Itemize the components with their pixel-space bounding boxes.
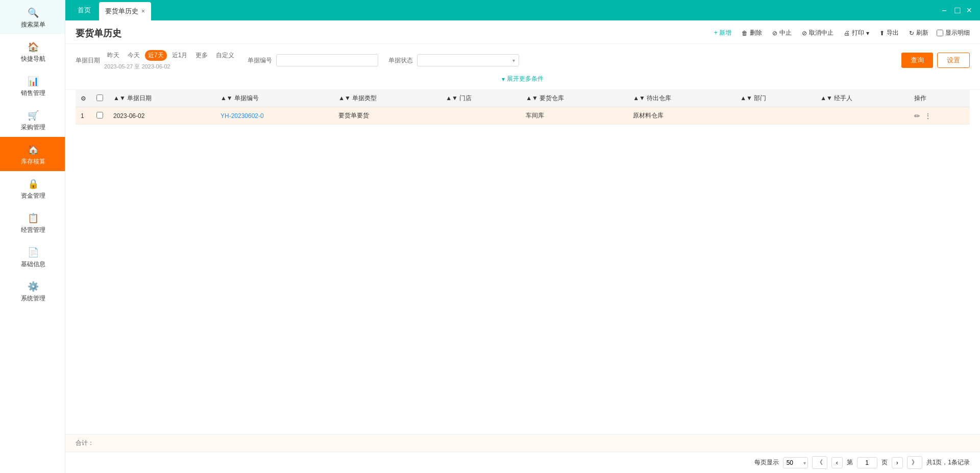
cell-date: 2023-06-02 <box>108 107 215 125</box>
refresh-button[interactable]: ↻ 刷新 <box>907 27 930 39</box>
print-button[interactable]: 🖨 打印 ▾ <box>842 27 871 39</box>
close-window-button[interactable]: × <box>966 5 972 16</box>
maximize-button[interactable]: □ <box>955 5 961 16</box>
sidebar-item-sales[interactable]: 📊 销售管理 <box>0 68 65 103</box>
sales-icon: 📊 <box>28 76 39 87</box>
settings-button[interactable]: 设置 <box>937 53 970 68</box>
expand-more-button[interactable]: ▾ 展开更多条件 <box>76 75 970 83</box>
th-req-warehouse: ▲▼ 要货仓库 <box>521 90 628 107</box>
cell-store <box>440 107 521 125</box>
delete-button[interactable]: 🗑 删除 <box>740 27 764 39</box>
per-page-select[interactable]: 20 50 100 <box>783 457 808 468</box>
sidebar-item-sales-label: 销售管理 <box>21 89 45 98</box>
row-index: 1 <box>81 112 84 120</box>
chip-custom[interactable]: 自定义 <box>213 50 237 61</box>
th-type: ▲▼ 单据类型 <box>333 90 440 107</box>
sidebar-item-finance[interactable]: 🔒 资金管理 <box>0 171 65 205</box>
sidebar-item-system[interactable]: ⚙️ 系统管理 <box>0 274 65 308</box>
row-checkbox[interactable] <box>96 112 103 119</box>
tab-active-label: 要货单历史 <box>105 2 138 20</box>
doc-status-select[interactable] <box>417 54 519 66</box>
table-header: ⚙ ▲▼ 单据日期 ▲▼ 单据编号 ▲▼ <box>76 90 970 107</box>
chip-yesterday[interactable]: 昨天 <box>104 50 122 61</box>
stop-button[interactable]: ⊘ 中止 <box>770 27 794 39</box>
sidebar-item-quicknav[interactable]: 🏠 快捷导航 <box>0 34 65 68</box>
doc-number-input[interactable] <box>276 54 378 66</box>
chip-7days[interactable]: 近7天 <box>145 50 167 61</box>
data-table: ⚙ ▲▼ 单据日期 ▲▼ 单据编号 ▲▼ <box>76 90 970 125</box>
th-department: ▲▼ 部门 <box>735 90 815 107</box>
sidebar-item-purchase[interactable]: 🛒 采购管理 <box>0 103 65 137</box>
per-page-label: 每页显示 <box>754 458 779 467</box>
page-suffix: 页 <box>881 458 888 467</box>
footer-total: 合计： <box>65 434 980 452</box>
prev-page-button[interactable]: ‹ <box>831 457 843 468</box>
th-settings[interactable]: ⚙ <box>76 90 91 107</box>
cell-req-warehouse: 车间库 <box>521 107 628 125</box>
main-area: 首页 要货单历史 × － □ × 要货单历史 + 新增 🗑 删除 ⊘ 中止 <box>65 0 980 473</box>
refresh-icon: ↻ <box>909 30 914 37</box>
show-detail-checkbox[interactable] <box>937 30 943 36</box>
sidebar: 🔍 搜索菜单 🏠 快捷导航 📊 销售管理 🛒 采购管理 🏠 库存核算 🔒 资金管… <box>0 0 65 473</box>
total-info: 共1页，1条记录 <box>926 458 970 467</box>
export-button[interactable]: ⬆ 导出 <box>877 27 901 39</box>
print-icon: 🖨 <box>844 30 850 37</box>
sidebar-item-operations[interactable]: 📋 经营管理 <box>0 205 65 240</box>
cell-settings-row: 1 <box>76 107 91 125</box>
page-header: 要货单历史 + 新增 🗑 删除 ⊘ 中止 ⊘ 取消中止 🖨 打印 <box>65 20 980 44</box>
page-title: 要货单历史 <box>76 27 712 39</box>
stop-icon: ⊘ <box>772 30 777 37</box>
chip-more[interactable]: 更多 <box>192 50 211 61</box>
print-dropdown-icon: ▾ <box>866 30 869 37</box>
select-all-checkbox[interactable] <box>96 94 103 101</box>
cancel-stop-button[interactable]: ⊘ 取消中止 <box>800 27 836 39</box>
tab-active[interactable]: 要货单历史 × <box>99 2 151 20</box>
basic-info-icon: 📄 <box>28 247 39 258</box>
doc-number-link[interactable]: YH-20230602-0 <box>220 112 264 120</box>
sidebar-item-basic-info[interactable]: 📄 基础信息 <box>0 240 65 274</box>
last-page-button[interactable]: 》 <box>907 456 922 469</box>
sidebar-item-inventory[interactable]: 🏠 库存核算 <box>0 137 65 171</box>
sidebar-item-quicknav-label: 快捷导航 <box>21 55 45 63</box>
sidebar-item-search-label: 搜索菜单 <box>21 20 45 29</box>
table-row: 1 2023-06-02 YH-20230602-0 要货单要货 车间库 原材料… <box>76 107 970 125</box>
total-label: 合计： <box>76 439 94 447</box>
expand-label: 展开更多条件 <box>507 75 544 83</box>
date-chips: 昨天 今天 近7天 近1月 更多 自定义 <box>104 50 237 61</box>
show-detail-label: 显示明细 <box>945 29 970 37</box>
next-page-button[interactable]: › <box>892 457 903 468</box>
chip-today[interactable]: 今天 <box>125 50 143 61</box>
cell-type: 要货单要货 <box>333 107 440 125</box>
more-icon[interactable]: ⋮ <box>924 112 932 120</box>
action-icons: ✏ ⋮ <box>914 112 965 120</box>
sidebar-item-basic-info-label: 基础信息 <box>21 260 45 269</box>
th-store: ▲▼ 门店 <box>440 90 521 107</box>
filter-area: 单据日期 昨天 今天 近7天 近1月 更多 自定义 2023-05-27 至 2… <box>65 44 980 90</box>
chip-1month[interactable]: 近1月 <box>169 50 191 61</box>
cell-number[interactable]: YH-20230602-0 <box>215 107 333 125</box>
doc-number-label: 单据编号 <box>248 56 272 65</box>
th-handler: ▲▼ 经手人 <box>815 90 909 107</box>
date-range-display: 2023-05-27 至 2023-06-02 <box>104 63 237 70</box>
query-button[interactable]: 查询 <box>901 53 933 68</box>
pagination: 每页显示 20 50 100 ▾ 《 ‹ 第 页 › 》 共1页，1条记录 <box>65 452 980 473</box>
doc-status-filter: 单据状态 ▾ <box>388 54 519 66</box>
date-filter: 单据日期 昨天 今天 近7天 近1月 更多 自定义 2023-05-27 至 2… <box>76 50 237 70</box>
page-number-input[interactable] <box>857 457 877 468</box>
new-button[interactable]: + 新增 <box>712 27 733 39</box>
sidebar-item-purchase-label: 采购管理 <box>21 123 45 132</box>
sidebar-item-inventory-label: 库存核算 <box>21 157 45 166</box>
minimize-button[interactable]: － <box>940 4 949 16</box>
edit-icon[interactable]: ✏ <box>914 112 920 120</box>
search-menu-icon: 🔍 <box>28 7 39 18</box>
tab-close-button[interactable]: × <box>141 2 145 20</box>
show-detail-checkbox-area[interactable]: 显示明细 <box>937 29 970 37</box>
cancel-stop-icon: ⊘ <box>802 30 807 37</box>
first-page-button[interactable]: 《 <box>812 456 827 469</box>
th-pending-warehouse: ▲▼ 待出仓库 <box>628 90 735 107</box>
tab-home[interactable]: 首页 <box>69 0 99 20</box>
tabs-bar: 首页 要货单历史 × － □ × <box>65 0 980 20</box>
sidebar-item-search[interactable]: 🔍 搜索菜单 <box>0 0 65 34</box>
cell-pending-warehouse: 原材料仓库 <box>628 107 735 125</box>
delete-icon: 🗑 <box>742 30 748 37</box>
